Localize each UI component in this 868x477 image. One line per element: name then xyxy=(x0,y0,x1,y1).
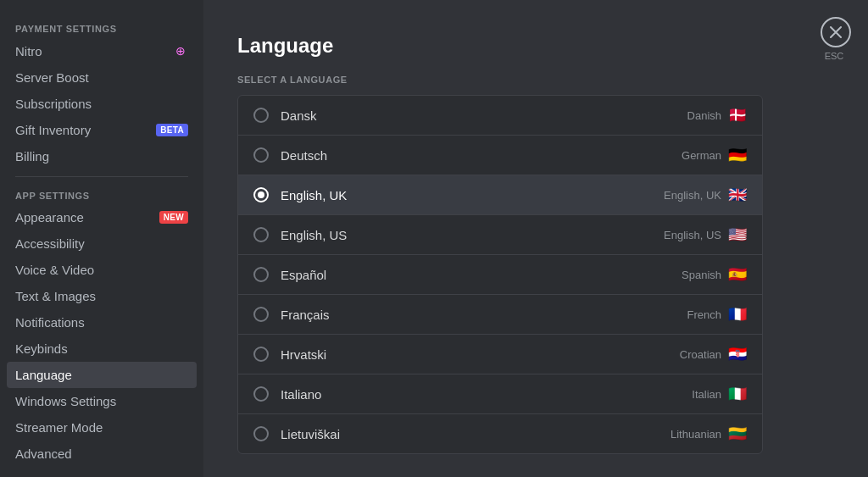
lang-flag-english-us: 🇺🇸 xyxy=(728,227,747,242)
lang-native-english-uk: English, UK xyxy=(664,189,721,202)
sidebar-item-label: Windows Settings xyxy=(15,394,116,408)
lang-name-hrvatski: Hrvatski xyxy=(281,347,326,362)
lang-flag-italiano: 🇮🇹 xyxy=(728,386,747,402)
lang-native-deutsch: German xyxy=(682,149,721,162)
select-language-label: Select a Language xyxy=(237,75,834,85)
radio-lietuviskai xyxy=(253,426,269,441)
sidebar-item-label: Gift Inventory xyxy=(15,123,91,137)
sidebar-item-label: Language xyxy=(15,368,72,382)
beta-badge: BETA xyxy=(156,124,188,136)
radio-english-us xyxy=(253,227,269,242)
lang-native-espanol: Spanish xyxy=(682,269,721,281)
radio-english-uk xyxy=(253,187,269,202)
sidebar-item-subscriptions[interactable]: Subscriptions xyxy=(7,91,197,117)
app-settings-label: App Settings xyxy=(7,184,197,204)
sidebar-item-server-boost[interactable]: Server Boost xyxy=(7,64,197,91)
lang-name-lietuviskai: Lietuviškai xyxy=(281,427,340,441)
sidebar-item-notifications[interactable]: Notifications xyxy=(7,309,197,336)
language-item-francais[interactable]: FrançaisFrench🇫🇷 xyxy=(238,295,762,335)
lang-name-espanol: Español xyxy=(281,268,326,282)
language-item-espanol[interactable]: EspañolSpanish🇪🇸 xyxy=(238,255,762,295)
language-item-english-uk[interactable]: English, UKEnglish, UK🇬🇧 xyxy=(238,175,762,215)
radio-italiano xyxy=(253,386,269,402)
language-item-dansk[interactable]: DanskDanish🇩🇰 xyxy=(238,96,762,136)
lang-flag-english-uk: 🇬🇧 xyxy=(728,187,747,202)
sidebar-item-label: Billing xyxy=(15,149,49,164)
language-item-english-us[interactable]: English, USEnglish, US🇺🇸 xyxy=(238,215,762,255)
main-content: Language Select a Language DanskDanish🇩🇰… xyxy=(203,0,868,477)
sidebar-item-label: Notifications xyxy=(15,315,85,330)
lang-flag-espanol: 🇪🇸 xyxy=(728,267,747,282)
close-button[interactable] xyxy=(821,17,851,47)
sidebar-item-text-images[interactable]: Text & Images xyxy=(7,283,197,309)
sidebar-item-label: Subscriptions xyxy=(15,97,92,111)
sidebar-item-label: Streamer Mode xyxy=(15,420,103,435)
lang-native-italiano: Italian xyxy=(692,388,721,401)
sidebar-item-label: Keybinds xyxy=(15,341,68,356)
radio-francais xyxy=(253,307,269,322)
close-icon xyxy=(830,26,842,38)
sidebar-item-label: Voice & Video xyxy=(15,263,94,277)
lang-native-francais: French xyxy=(687,308,721,321)
radio-dansk xyxy=(253,108,269,123)
sidebar-item-label: Advanced xyxy=(15,446,72,461)
page-title: Language xyxy=(237,34,834,58)
lang-name-dansk: Dansk xyxy=(281,108,317,123)
lang-name-deutsch: Deutsch xyxy=(281,148,327,163)
lang-flag-francais: 🇫🇷 xyxy=(728,307,747,322)
sidebar-item-accessibility[interactable]: Accessibility xyxy=(7,230,197,257)
lang-flag-lietuviskai: 🇱🇹 xyxy=(728,426,747,441)
sidebar-item-windows-settings[interactable]: Windows Settings xyxy=(7,388,197,414)
language-item-lietuviskai[interactable]: LietuviškaiLithuanian🇱🇹 xyxy=(238,414,762,453)
sidebar-item-advanced[interactable]: Advanced xyxy=(7,441,197,467)
sidebar-item-gift-inventory[interactable]: Gift Inventory BETA xyxy=(7,117,197,143)
lang-native-lietuviskai: Lithuanian xyxy=(670,428,721,441)
radio-espanol xyxy=(253,267,269,282)
lang-flag-hrvatski: 🇭🇷 xyxy=(728,347,747,362)
radio-hrvatski xyxy=(253,347,269,362)
sidebar-item-voice-video[interactable]: Voice & Video xyxy=(7,257,197,283)
sidebar-item-appearance[interactable]: Appearance NEW xyxy=(7,204,197,230)
language-item-deutsch[interactable]: DeutschGerman🇩🇪 xyxy=(238,136,762,175)
sidebar-item-language[interactable]: Language xyxy=(7,362,197,388)
lang-name-english-us: English, US xyxy=(281,228,347,242)
lang-native-dansk: Danish xyxy=(687,109,721,122)
esc-label: ESC xyxy=(819,51,849,61)
sidebar-divider xyxy=(15,176,188,177)
lang-flag-deutsch: 🇩🇪 xyxy=(728,147,747,163)
lang-flag-dansk: 🇩🇰 xyxy=(728,108,747,123)
lang-name-francais: Français xyxy=(281,308,330,322)
sidebar-item-label: Accessibility xyxy=(15,236,85,251)
sidebar-item-label: Text & Images xyxy=(15,289,96,303)
sidebar-item-nitro[interactable]: Nitro ⊕ xyxy=(7,37,197,64)
lang-native-english-us: English, US xyxy=(664,229,721,241)
sidebar: Payment Settings Nitro ⊕ Server Boost Su… xyxy=(0,0,203,477)
payment-settings-label: Payment Settings xyxy=(7,17,197,37)
language-item-italiano[interactable]: ItalianoItalian🇮🇹 xyxy=(238,374,762,414)
language-list: DanskDanish🇩🇰DeutschGerman🇩🇪English, UKE… xyxy=(237,95,763,454)
language-item-hrvatski[interactable]: HrvatskiCroatian🇭🇷 xyxy=(238,335,762,374)
sidebar-item-label: Appearance xyxy=(15,210,84,225)
sidebar-item-streamer-mode[interactable]: Streamer Mode xyxy=(7,414,197,441)
nitro-icon: ⊕ xyxy=(173,43,188,58)
lang-native-hrvatski: Croatian xyxy=(680,348,721,361)
lang-name-italiano: Italiano xyxy=(281,387,321,402)
radio-deutsch xyxy=(253,147,269,163)
sidebar-item-keybinds[interactable]: Keybinds xyxy=(7,336,197,362)
sidebar-item-billing[interactable]: Billing xyxy=(7,143,197,169)
new-badge: NEW xyxy=(159,211,188,224)
lang-name-english-uk: English, UK xyxy=(281,188,347,202)
sidebar-item-label: Nitro xyxy=(15,44,42,58)
sidebar-item-label: Server Boost xyxy=(15,70,89,85)
